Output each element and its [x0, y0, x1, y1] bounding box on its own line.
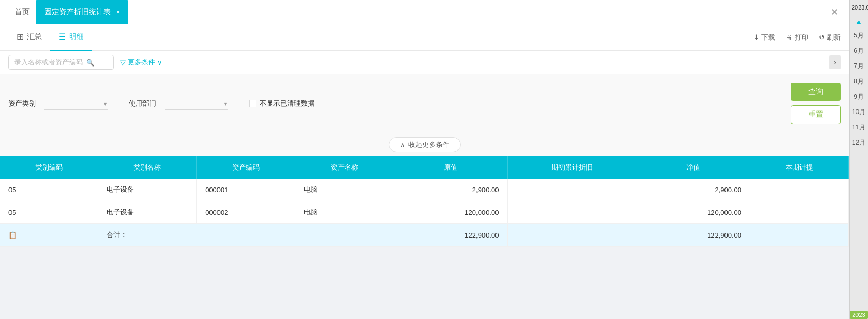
- download-label: 下载: [761, 33, 775, 42]
- col-net-value: 净值: [636, 156, 750, 179]
- expand-sidebar-button[interactable]: ›: [829, 55, 841, 69]
- total-label: 合计：: [98, 224, 295, 247]
- collapse-icon: ∧: [400, 141, 405, 149]
- dept-select[interactable]: [165, 97, 228, 110]
- cell-cat-code: 05: [0, 201, 98, 224]
- cell-original-value: 2,900.00: [394, 179, 508, 201]
- tab-summary[interactable]: ⊞ 汇总: [8, 24, 50, 51]
- cell-net-value: 120,000.00: [636, 201, 750, 224]
- total-asset-name: [295, 224, 394, 247]
- query-button[interactable]: 查询: [791, 83, 841, 101]
- refresh-button[interactable]: ↺ 刷新: [819, 33, 841, 42]
- col-asset-name: 资产名称: [295, 156, 394, 179]
- detail-icon: ☰: [59, 32, 66, 42]
- filter-icon: ▽: [120, 59, 126, 67]
- cell-original-value: 120,000.00: [394, 201, 508, 224]
- asset-category-select[interactable]: [44, 97, 108, 110]
- total-current-depr: [750, 224, 849, 247]
- tab-detail-label: 明细: [69, 32, 84, 42]
- print-icon: 🖨: [786, 33, 793, 41]
- sidebar-month-11[interactable]: 11月: [850, 120, 868, 135]
- nav-tab-fixed-assets[interactable]: 固定资产折旧统计表 ×: [36, 0, 128, 24]
- sidebar-scroll-up[interactable]: ▲: [853, 15, 865, 28]
- more-conditions-toggle[interactable]: ▽ 更多条件 ∨: [120, 58, 163, 67]
- cell-asset-name: 电脑: [295, 201, 394, 224]
- cell-cat-name: 电子设备: [98, 201, 197, 224]
- window-close-button[interactable]: ✕: [828, 4, 841, 20]
- total-icon: 📋: [0, 224, 98, 247]
- total-accum-depr: [508, 224, 636, 247]
- print-button[interactable]: 🖨 打印: [786, 33, 808, 42]
- sidebar-month-6[interactable]: 6月: [850, 43, 868, 59]
- dept-label: 使用部门: [129, 99, 160, 108]
- print-label: 打印: [795, 33, 808, 42]
- table-row: 05 电子设备 000002 电脑 120,000.00 120,000.00: [0, 201, 849, 224]
- chevron-down-icon: ∨: [157, 59, 163, 67]
- total-net-value: 122,900.00: [636, 224, 750, 247]
- nav-tab-label: 固定资产折旧统计表: [44, 7, 111, 17]
- cell-current-depr: [750, 201, 849, 224]
- cell-asset-code: 000001: [197, 179, 295, 201]
- cell-accum-depr: [508, 201, 636, 224]
- search-input[interactable]: 录入名称或者资产编码 🔍: [8, 55, 114, 70]
- cell-cat-name: 电子设备: [98, 179, 197, 201]
- search-placeholder: 录入名称或者资产编码: [14, 58, 83, 67]
- cell-asset-name: 电脑: [295, 179, 394, 201]
- advanced-filter-panel: 资产类别 使用部门 不显示已清理数据: [0, 74, 849, 133]
- sidebar-month-10[interactable]: 10月: [850, 105, 868, 120]
- asset-category-label: 资产类别: [8, 99, 40, 108]
- col-current-depr: 本期计提: [750, 156, 849, 179]
- right-sidebar: 2023.01 ▲ 5月 6月 7月 8月 9月 10月 11月 12月 202…: [849, 0, 868, 319]
- cell-asset-code: 000002: [197, 201, 295, 224]
- col-original-value: 原值: [394, 156, 508, 179]
- col-asset-code: 资产编码: [197, 156, 295, 179]
- tab-detail[interactable]: ☰ 明细: [50, 24, 92, 51]
- more-conditions-label: 更多条件: [128, 58, 155, 67]
- collapse-bar: ∧ 收起更多条件: [0, 133, 849, 156]
- dept-field: 使用部门: [129, 97, 228, 110]
- sidebar-month-9[interactable]: 9月: [850, 89, 868, 105]
- table-row: 05 电子设备 000001 电脑 2,900.00 2,900.00: [0, 179, 849, 201]
- data-table-container: 类别编码 类别名称 资产编码 资产名称 原值 期初累计折旧 净值 本期计提 05…: [0, 156, 849, 319]
- col-accum-depr: 期初累计折旧: [508, 156, 636, 179]
- nav-home[interactable]: 首页: [8, 7, 36, 17]
- fixed-assets-table: 类别编码 类别名称 资产编码 资产名称 原值 期初累计折旧 净值 本期计提 05…: [0, 156, 849, 247]
- table-total-row: 📋 合计： 122,900.00 122,900.00: [0, 224, 849, 247]
- cell-cat-code: 05: [0, 179, 98, 201]
- summary-icon: ⊞: [17, 32, 24, 42]
- refresh-label: 刷新: [827, 33, 841, 42]
- reset-button[interactable]: 重置: [791, 105, 841, 124]
- hide-cleared-checkbox[interactable]: [249, 100, 256, 107]
- collapse-label: 收起更多条件: [408, 140, 450, 149]
- sidebar-month-12[interactable]: 12月: [850, 135, 868, 151]
- sidebar-month-7[interactable]: 7月: [850, 59, 868, 74]
- total-original-value: 122,900.00: [394, 224, 508, 247]
- cell-accum-depr: [508, 179, 636, 201]
- sidebar-month-8[interactable]: 8月: [850, 74, 868, 89]
- cell-current-depr: [750, 179, 849, 201]
- search-icon: 🔍: [86, 59, 94, 67]
- download-icon: ⬇: [753, 33, 759, 41]
- hide-cleared-label: 不显示已清理数据: [260, 99, 314, 108]
- sidebar-date: 2023.01: [850, 0, 868, 15]
- refresh-icon: ↺: [819, 33, 825, 41]
- asset-category-field: 资产类别: [8, 97, 108, 110]
- tab-summary-label: 汇总: [27, 32, 42, 42]
- col-cat-code: 类别编码: [0, 156, 98, 179]
- sidebar-year-badge[interactable]: 2023: [850, 311, 868, 319]
- collapse-more-button[interactable]: ∧ 收起更多条件: [389, 137, 461, 152]
- hide-cleared-checkbox-wrapper[interactable]: 不显示已清理数据: [249, 99, 314, 108]
- nav-tab-close[interactable]: ×: [116, 8, 120, 16]
- cell-net-value: 2,900.00: [636, 179, 750, 201]
- download-button[interactable]: ⬇ 下载: [753, 33, 775, 42]
- sidebar-month-5[interactable]: 5月: [850, 28, 868, 43]
- col-cat-name: 类别名称: [98, 156, 197, 179]
